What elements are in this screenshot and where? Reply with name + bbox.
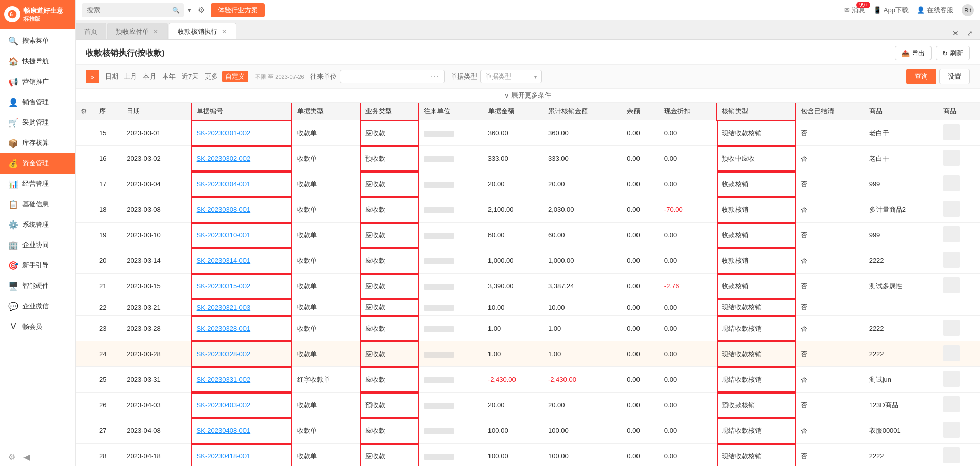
table-row: 16 2023-03-02 SK-20230302-002 收款单 预收款 33… [76,146,980,171]
date-this-month[interactable]: 本月 [141,71,158,82]
cell-bill-no-6[interactable]: SK-20230315-002 [191,274,292,299]
sidebar-item-marketing[interactable]: 📢 营销推广 [0,71,75,92]
sidebar-item-guide[interactable]: 🎯 新手引导 [0,255,75,276]
partner-dots[interactable]: ··· [430,72,440,81]
cell-goods2-10 [938,367,980,393]
sidebar-item-purchase[interactable]: 🛒 采购管理 [0,112,75,133]
cell-partner-10 [419,367,483,393]
table-row: 24 2023-03-28 SK-20230328-002 收款单 应收款 1.… [76,341,980,367]
cell-bill-type-10: 红字收款单 [292,367,360,393]
sidebar-item-hardware[interactable]: 🖥️ 智能硬件 [0,276,75,296]
industry-btn[interactable]: 体验行业方案 [211,3,265,17]
refresh-icon: ↻ [942,50,948,57]
doctype-select[interactable]: 单据类型 ▾ [480,70,542,83]
tab-expand-icon[interactable]: ⤢ [964,27,976,39]
cell-gear-8 [76,316,94,341]
partner-input[interactable] [345,73,430,81]
system-icon: ⚙️ [8,219,18,230]
cell-cum-cancel-7: 10.00 [543,299,622,316]
tab-close-all-icon[interactable]: ✕ [949,27,962,39]
cell-bill-no-11[interactable]: SK-20230403-002 [191,393,292,418]
cell-bill-no-13[interactable]: SK-20230418-001 [191,444,292,467]
content-actions: 📤 导出 ↻ 刷新 [895,46,970,60]
sidebar-item-sales[interactable]: 👤 销售管理 [0,92,75,112]
doctype-label: 单据类型 [451,72,477,81]
sidebar-item-finance[interactable]: 💰 资金管理 [0,153,75,174]
cell-cash-discount-12: 0.00 [659,418,717,444]
export-btn[interactable]: 📤 导出 [895,46,932,60]
cell-cancel-type-9: 现结收款核销 [717,341,795,367]
cell-bill-no-7[interactable]: SK-20230321-003 [191,299,292,316]
cell-balance-4: 0.00 [622,223,658,248]
cell-gear-6 [76,274,94,299]
logo-text: 畅康道好生意 标推版 [23,6,63,23]
tab-home[interactable]: 首页 [76,23,106,39]
topbar-gear-icon[interactable]: ⚙ [195,3,207,17]
date-more[interactable]: 更多 [203,71,220,82]
sidebar-item-quick[interactable]: 🏠 快捷导航 [0,51,75,71]
sidebar-item-member[interactable]: V 畅会员 [0,316,75,337]
date-7days[interactable]: 近7天 [180,71,201,82]
cell-bill-no-1[interactable]: SK-20230302-002 [191,146,292,171]
sidebar-item-wechat[interactable]: 💬 企业微信 [0,296,75,316]
column-settings-icon[interactable]: ⚙ [81,107,87,115]
cell-date-12: 2023-04-08 [121,418,191,444]
cell-bill-no-9[interactable]: SK-20230328-002 [191,341,292,367]
cell-bill-no-0[interactable]: SK-20230301-002 [191,120,292,146]
cell-goods2-5 [938,248,980,274]
cell-bill-no-5[interactable]: SK-20230314-001 [191,248,292,274]
cell-biz-type-7: 应收款 [360,299,418,316]
sidebar-item-enterprise[interactable]: 🏢 企业协同 [0,235,75,255]
cell-gear-9 [76,341,94,367]
cell-bill-no-8[interactable]: SK-20230328-001 [191,316,292,341]
cell-cum-cancel-12: 100.00 [543,418,622,444]
cell-amount-1: 333.00 [483,146,543,171]
th-gear[interactable]: ⚙ [76,103,94,120]
sidebar-item-inventory[interactable]: 📦 库存核算 [0,133,75,153]
settings-filter-btn[interactable]: 设置 [939,69,970,84]
cell-bill-no-12[interactable]: SK-20230408-001 [191,418,292,444]
cell-bill-no-2[interactable]: SK-20230304-001 [191,171,292,197]
tab-prepay-close[interactable]: ✕ [152,28,159,35]
filter-toggle-btn[interactable]: » [86,70,99,83]
cell-amount-2: 20.00 [483,171,543,197]
tab-receivable-close[interactable]: ✕ [220,28,228,35]
topbar-dropdown[interactable]: ▾ [188,6,191,14]
cell-cum-cancel-5: 1,000.00 [543,248,622,274]
refresh-btn[interactable]: ↻ 刷新 [936,46,970,60]
th-goods2: 商品 [938,103,980,120]
sidebar-item-basic[interactable]: 📋 基础信息 [0,194,75,214]
cell-bill-no-4[interactable]: SK-20230310-001 [191,223,292,248]
date-last-month[interactable]: 上月 [121,71,139,82]
collapse-icon[interactable]: ◀ [23,452,30,462]
cell-cum-cancel-11: 20.00 [543,393,622,418]
cell-bill-no-3[interactable]: SK-20230308-001 [191,197,292,223]
search-input[interactable] [82,3,184,17]
online-service-btn[interactable]: 👤 在线客服 [917,6,953,15]
cell-balance-5: 0.00 [622,248,658,274]
operation-icon: 📊 [8,179,18,189]
message-btn[interactable]: ✉ 消息 99+ [844,6,865,15]
sidebar-item-system[interactable]: ⚙️ 系统管理 [0,214,75,235]
query-btn[interactable]: 查询 [906,69,936,84]
user-avatar[interactable]: Rit [962,4,974,16]
cell-bill-type-1: 收款单 [292,146,360,171]
sidebar-item-operation[interactable]: 📊 经营管理 [0,174,75,194]
phone-icon: 📱 [873,6,881,14]
cell-bill-type-12: 收款单 [292,418,360,444]
sidebar-item-search[interactable]: 🔍 搜索菜单 [0,31,75,51]
cell-biz-type-2: 应收款 [360,171,418,197]
settings-icon[interactable]: ⚙ [8,452,15,462]
expand-more-btn[interactable]: ∨ 展开更多条件 [504,91,551,100]
tab-prepay[interactable]: 预收应付单 ✕ [107,23,168,39]
table-row: 22 2023-03-21 SK-20230321-003 收款单 应收款 10… [76,299,980,316]
date-this-year[interactable]: 本年 [160,71,178,82]
date-filter-group: 日期 上月 本月 本年 近7天 更多 自定义 不限 至 2023-07-26 [105,71,304,82]
cell-cancel-type-7: 现结收款核销 [717,299,795,316]
tab-receivable[interactable]: 收款核销执行 ✕ [169,23,236,39]
cell-amount-8: 1.00 [483,316,543,341]
date-custom[interactable]: 自定义 [222,71,248,82]
app-download-btn[interactable]: 📱 App下载 [873,6,909,15]
cell-goods2-11 [938,393,980,418]
cell-bill-no-10[interactable]: SK-20230331-002 [191,367,292,393]
